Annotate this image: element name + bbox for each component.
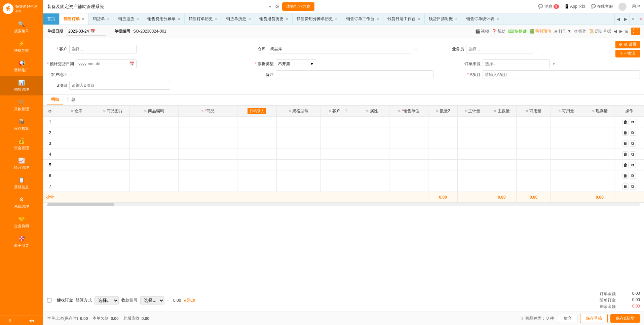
sidebar-item-purchase[interactable]: 🛒 采购管理 <box>0 95 43 115</box>
row-copy-btn[interactable]: ⧉ <box>630 162 636 168</box>
scrollbar-thumb[interactable] <box>47 203 114 206</box>
row-product[interactable] <box>179 170 237 181</box>
row-spec[interactable] <box>276 160 320 170</box>
row-attr[interactable] <box>355 117 389 127</box>
sidebar-item-finance[interactable]: 💰 资金管理 <box>0 134 43 154</box>
app-download-btn[interactable]: 📱 App下载 <box>564 4 585 9</box>
row-sku[interactable] <box>129 181 179 192</box>
row-spec[interactable] <box>276 127 320 138</box>
row-main-qty[interactable] <box>487 149 516 160</box>
tab-sales-stats[interactable]: 销售订单统计表 ✕ <box>462 13 503 25</box>
shortcut-btn[interactable]: ⌨ 快捷键 <box>508 29 527 34</box>
row-warehouse[interactable] <box>57 127 96 138</box>
row-product[interactable] <box>179 181 237 192</box>
tab-sales-return[interactable]: 销货退货 ✕ <box>114 13 143 25</box>
tab-order-workbench[interactable]: 销售订单工作台 ✕ <box>342 13 383 25</box>
sidebar-item-guide[interactable]: 🎯 新手引导 <box>0 232 43 251</box>
tab-sales-bill[interactable]: 销货单 ✕ <box>89 13 114 25</box>
row-attr[interactable] <box>355 170 389 181</box>
sidebar-settings-btn[interactable]: ⚙ <box>9 319 12 322</box>
settings-btn[interactable]: ⚙ ⚙ 设置 <box>615 41 640 48</box>
row-qty2[interactable] <box>428 138 458 149</box>
row-attr[interactable] <box>355 138 389 149</box>
row-cust-code[interactable] <box>320 117 355 127</box>
tab-sales-order[interactable]: 销售订单 ✕ <box>60 13 89 25</box>
row-delete-btn[interactable]: 🗑 <box>622 140 629 147</box>
row-spec[interactable] <box>276 117 320 127</box>
row-qty2[interactable] <box>428 170 458 181</box>
industry-btn[interactable]: 体验行业方案 <box>282 2 314 11</box>
staff-input[interactable] <box>466 45 533 53</box>
row-spec[interactable] <box>276 149 320 160</box>
row-warehouse[interactable] <box>57 170 96 181</box>
row-copy-btn[interactable]: ⧉ <box>630 151 636 157</box>
invoice-select[interactable]: 不开票 ▼ <box>276 59 316 68</box>
row-attr[interactable] <box>355 127 389 138</box>
sidebar-item-quicknav[interactable]: ⚡ 快捷导航 <box>0 37 43 56</box>
row-main-qty[interactable] <box>487 160 516 170</box>
tab-close-icon[interactable]: ✕ <box>215 17 218 21</box>
row-delete-btn[interactable]: 🗑 <box>622 173 629 179</box>
tab-sales-expense[interactable]: 销售费用分摊单 ✕ <box>143 13 185 25</box>
sidebar-collapse-btn[interactable]: ◀◀ <box>29 319 34 322</box>
tab-close-icon[interactable]: ✕ <box>107 17 110 21</box>
sidebar-item-operations[interactable]: 📈 经营管理 <box>0 154 43 173</box>
note-input[interactable] <box>276 70 433 79</box>
tab-close-icon[interactable]: ✕ <box>376 17 379 21</box>
row-product[interactable] <box>179 149 237 160</box>
payment-method-select[interactable]: 选择... <box>94 296 119 304</box>
row-unit[interactable] <box>389 170 428 181</box>
save-draft-btn[interactable]: 保存草稿 <box>580 314 608 323</box>
dots-icon[interactable]: ··· <box>167 298 171 303</box>
row-unit[interactable] <box>389 138 428 149</box>
add-pay-btn[interactable]: ● 添加 <box>184 297 195 303</box>
row-cust-code[interactable] <box>320 127 355 138</box>
row-unit2[interactable] <box>458 138 487 149</box>
tab-close-icon[interactable]: ✕ <box>178 17 180 21</box>
online-support-btn[interactable]: 💬 在线客服 <box>591 4 613 9</box>
row-qty2[interactable] <box>428 127 458 138</box>
row-spec[interactable] <box>276 181 320 192</box>
sidebar-item-collab[interactable]: 🤝 企业协同 <box>0 212 43 232</box>
row-delete-btn[interactable]: 🗑 <box>622 151 629 157</box>
row-delete-btn[interactable]: 🗑 <box>622 162 629 168</box>
row-attr[interactable] <box>355 160 389 170</box>
row-qty2[interactable] <box>428 160 458 170</box>
add-logistics-btn[interactable]: + + 物流 <box>615 50 640 57</box>
row-spec[interactable] <box>276 170 320 181</box>
order-source-input[interactable] <box>483 59 550 68</box>
tab-return-history[interactable]: 销货退货历史 ✕ <box>255 13 293 25</box>
row-main-qty[interactable] <box>487 181 516 192</box>
sidebar-item-search[interactable]: 🔍 搜索菜单 <box>0 17 43 37</box>
row-attr[interactable] <box>355 149 389 160</box>
grid-view-icon[interactable]: ⊞ <box>625 29 629 34</box>
row-attr[interactable] <box>355 181 389 192</box>
row-qty2[interactable] <box>428 117 458 127</box>
sidebar-item-sales[interactable]: 📊 销售管理 <box>0 76 43 95</box>
tab-close-icon[interactable]: ✕ <box>418 17 420 21</box>
print-btn[interactable]: 🖨 打印 ▼ <box>554 29 571 34</box>
row-sku[interactable] <box>129 160 179 170</box>
tab-menu-btn[interactable]: ≡ <box>629 13 637 25</box>
tab-daily-reconcile[interactable]: 钱货日清对账 ✕ <box>425 13 462 25</box>
row-copy-btn[interactable]: ⧉ <box>630 119 636 125</box>
user-name-btn[interactable]: 用户 <box>632 4 640 9</box>
row-product[interactable] <box>179 160 237 170</box>
row-unit2[interactable] <box>458 149 487 160</box>
gear-settings-icon[interactable]: ⚙ <box>275 3 279 10</box>
scan-btn[interactable]: 扫码录入 <box>248 108 266 114</box>
row-warehouse[interactable] <box>57 138 96 149</box>
row-unit2[interactable] <box>458 160 487 170</box>
tab-close-icon[interactable]: ✕ <box>335 17 338 21</box>
th-settings[interactable]: ⚙ <box>43 106 57 117</box>
row-spec[interactable] <box>276 138 320 149</box>
row-unit[interactable] <box>389 127 428 138</box>
account-select[interactable]: 选择... <box>140 296 164 304</box>
row-warehouse[interactable] <box>57 117 96 127</box>
row-cust-code[interactable] <box>320 160 355 170</box>
row-copy-btn[interactable]: ⧉ <box>630 140 636 147</box>
row-product[interactable] <box>179 117 237 127</box>
customer-input[interactable] <box>69 45 137 53</box>
delivery-input[interactable]: 📅 <box>76 59 137 68</box>
tab-close-all-btn[interactable]: ✕ <box>637 13 644 25</box>
